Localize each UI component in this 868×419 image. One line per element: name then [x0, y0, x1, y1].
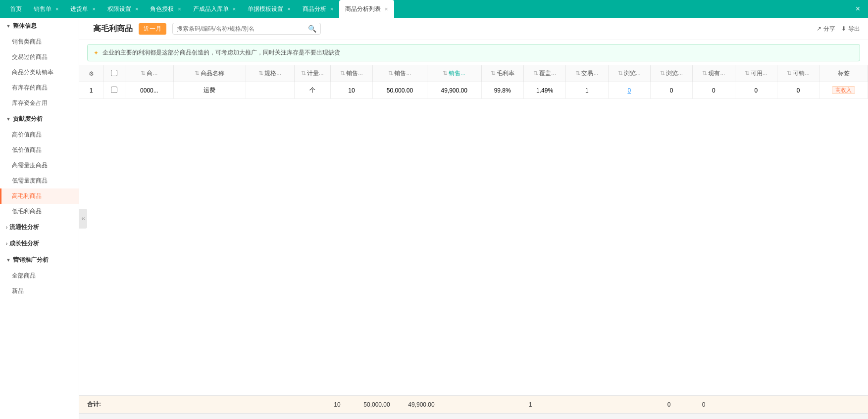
sidebar-item-new-goods[interactable]: 新品	[0, 283, 79, 299]
close-finished-goods[interactable]: ×	[233, 6, 236, 12]
search-icon[interactable]: 🔍	[308, 25, 316, 33]
cell-browse1[interactable]: 0	[608, 82, 650, 99]
sidebar-group-circulation[interactable]: › 流通性分析	[0, 219, 79, 235]
sort-icon-amt: ⇅	[388, 70, 393, 77]
th-browse1[interactable]: ⇅浏览...	[608, 65, 650, 82]
cell-name: 运费	[173, 82, 246, 99]
sort-icon-stock: ⇅	[702, 70, 707, 77]
sidebar-item-all-goods[interactable]: 全部商品	[0, 268, 79, 283]
sidebar-collapse-button[interactable]: ‹‹	[79, 209, 87, 229]
close-permission-settings[interactable]: ×	[135, 6, 138, 12]
th-coverage[interactable]: ⇅覆盖...	[523, 65, 565, 82]
nav-role-auth[interactable]: 角色授权 ×	[144, 0, 187, 18]
sidebar-item-sales-goods[interactable]: 销售类商品	[0, 34, 79, 49]
close-purchase-order[interactable]: ×	[92, 6, 95, 12]
sidebar-group-marketing[interactable]: ▼ 营销推广分析	[0, 252, 79, 268]
footer-spacer-check	[134, 401, 152, 408]
close-sales-order[interactable]: ×	[55, 6, 58, 12]
footer-spacer-browse2	[582, 401, 617, 408]
close-role-auth[interactable]: ×	[178, 6, 181, 12]
sidebar-group-growth[interactable]: › 成长性分析	[0, 235, 79, 252]
nav-product-analysis[interactable]: 商品分析 ×	[297, 0, 339, 18]
info-banner-text: 企业的主要的利润都是这部分商品创造的，可考虑加大推广，同时关注库存是不要出现缺货	[102, 48, 340, 57]
sidebar-group-contribution-label: 贡献度分析	[13, 115, 43, 123]
table-container[interactable]: ⚙ ⇅商... ⇅商品名称 ⇅规格... ⇅计量... ⇅销售... ⇅销售..…	[79, 65, 868, 395]
th-sales-qty[interactable]: ⇅销售...	[330, 65, 372, 82]
nav-home[interactable]: 首页	[4, 0, 28, 18]
sidebar-item-high-margin[interactable]: 高毛利商品	[0, 188, 79, 204]
sidebar-item-traded-goods[interactable]: 交易过的商品	[0, 49, 79, 65]
share-button[interactable]: ↗ 分享	[817, 25, 835, 33]
cell-tag: 高收入	[819, 82, 868, 99]
th-settings[interactable]: ⚙	[79, 65, 103, 82]
nav-finished-goods[interactable]: 产成品入库单 ×	[187, 0, 242, 18]
footer-total: 合计: 10 50,000.00 49,900.00 1 0 0	[79, 395, 868, 413]
th-spec[interactable]: ⇅规格...	[246, 65, 295, 82]
th-tag[interactable]: 标签	[819, 65, 868, 82]
sidebar-item-low-margin[interactable]: 低毛利商品	[0, 204, 79, 219]
footer-spacer-margin	[444, 401, 478, 408]
collapse-icon: ‹‹	[82, 216, 85, 221]
horizontal-scrollbar[interactable]	[79, 413, 868, 419]
th-unit[interactable]: ⇅计量...	[294, 65, 330, 82]
th-sellable[interactable]: ⇅可销...	[777, 65, 819, 82]
browse1-link[interactable]: 0	[627, 87, 631, 94]
select-all-checkbox[interactable]	[111, 70, 117, 76]
window-close-button[interactable]: ×	[852, 4, 864, 13]
footer-spacer-code	[152, 401, 191, 408]
footer-sales-profit: 49,900.00	[399, 401, 444, 408]
close-product-analysis[interactable]: ×	[330, 6, 333, 12]
arrow-circulation: ›	[6, 225, 7, 230]
nav-permission-settings[interactable]: 权限设置 ×	[102, 0, 144, 18]
th-check[interactable]	[103, 65, 125, 82]
sort-icon-spec: ⇅	[258, 70, 263, 77]
th-gross-margin[interactable]: ⇅毛利率	[481, 65, 523, 82]
sidebar-group-contribution[interactable]: ▼ 贡献度分析	[0, 111, 79, 127]
nav-template-settings[interactable]: 单据模板设置 ×	[242, 0, 296, 18]
nav-purchase-order[interactable]: 进货单 ×	[64, 0, 101, 18]
filter-button[interactable]: 近一月	[139, 23, 166, 35]
sidebar-item-high-demand[interactable]: 高需量度商品	[0, 158, 79, 173]
sidebar-item-low-value[interactable]: 低价值商品	[0, 142, 79, 158]
th-trade[interactable]: ⇅交易...	[566, 65, 608, 82]
sort-icon: ⇅	[141, 70, 146, 77]
footer-spacer-browse1	[548, 401, 582, 408]
share-icon: ↗	[817, 25, 821, 32]
close-product-analysis-list[interactable]: ×	[385, 6, 388, 12]
nav-product-analysis-list[interactable]: 商品分析列表 ×	[339, 0, 394, 18]
footer-sellable: 0	[686, 401, 721, 408]
cell-check[interactable]	[103, 82, 125, 99]
products-table: ⚙ ⇅商... ⇅商品名称 ⇅规格... ⇅计量... ⇅销售... ⇅销售..…	[79, 65, 868, 99]
row-checkbox[interactable]	[111, 87, 117, 93]
cell-sellable: 0	[777, 82, 819, 99]
footer-spacer-cov	[478, 401, 513, 408]
search-input[interactable]	[177, 25, 305, 32]
th-name[interactable]: ⇅商品名称	[173, 65, 246, 82]
cell-unit: 个	[294, 82, 330, 99]
th-sales-amount[interactable]: ⇅销售...	[373, 65, 427, 82]
sidebar-item-in-stock[interactable]: 有库存的商品	[0, 80, 79, 95]
th-stock[interactable]: ⇅现有...	[693, 65, 735, 82]
sidebar-item-low-demand[interactable]: 低需量度商品	[0, 173, 79, 188]
export-icon: ⬇	[841, 25, 846, 32]
sidebar-item-high-value[interactable]: 高价值商品	[0, 127, 79, 142]
th-available[interactable]: ⇅可用...	[735, 65, 777, 82]
sort-icon-profit: ⇅	[443, 70, 448, 77]
sort-icon-browse2: ⇅	[660, 70, 665, 77]
sidebar-group-overall[interactable]: ▼ 整体信息	[0, 18, 79, 34]
close-template-settings[interactable]: ×	[287, 6, 290, 12]
cell-code: 0000...	[125, 82, 174, 99]
export-button[interactable]: ⬇ 导出	[841, 25, 860, 33]
info-icon: ✦	[94, 49, 99, 56]
cell-sales-amount: 50,000.00	[373, 82, 427, 99]
sort-icon-avail: ⇅	[745, 70, 750, 77]
footer-sales-qty: 10	[320, 401, 355, 408]
content-area: ‹‹ 高毛利商品 近一月 🔍 ↗ 分享 ⬇ 导出 ✦	[79, 18, 868, 419]
th-browse2[interactable]: ⇅浏览...	[650, 65, 692, 82]
sidebar-item-category-rate[interactable]: 商品分类助销率	[0, 65, 79, 80]
nav-sales-order[interactable]: 销售单 ×	[28, 0, 64, 18]
th-sales-profit[interactable]: ⇅销售...	[427, 65, 481, 82]
cell-trade: 1	[566, 82, 608, 99]
sidebar-item-stock-capital[interactable]: 库存资金占用	[0, 95, 79, 111]
th-code[interactable]: ⇅商...	[125, 65, 174, 82]
